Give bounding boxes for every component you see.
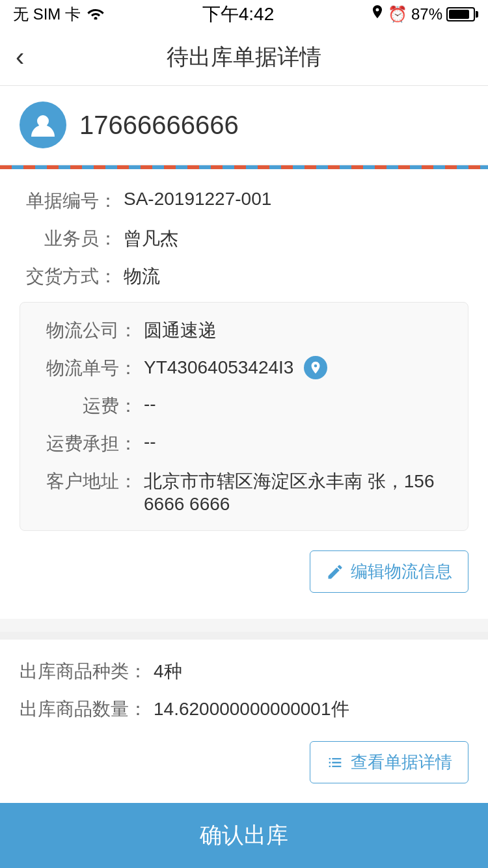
delivery-method-row: 交货方式： 物流: [20, 264, 468, 289]
sku-type-value: 4种: [154, 659, 182, 684]
edit-logistics-btn-wrap: 编辑物流信息: [20, 544, 468, 606]
confirm-out-label: 确认出库: [200, 821, 288, 850]
order-no-row: 单据编号： SA-20191227-001: [20, 189, 468, 213]
wifi-icon: [86, 5, 105, 23]
avatar: [20, 102, 66, 148]
alarm-icon: ⏰: [388, 5, 407, 23]
delivery-method-value: 物流: [124, 264, 468, 289]
sales-person-value: 曾凡杰: [124, 226, 468, 251]
customer-phone: 17666666666: [79, 111, 239, 140]
order-no-value: SA-20191227-001: [124, 189, 468, 210]
logistics-company-value: 圆通速递: [144, 318, 448, 343]
status-left: 无 SIM 卡: [13, 4, 105, 25]
sku-qty-row: 出库商品数量： 14.620000000000001件: [20, 697, 468, 722]
nav-bar: ‹ 待出库单据详情: [0, 29, 488, 86]
tracking-no-label: 物流单号：: [40, 356, 144, 381]
edit-logistics-label: 编辑物流信息: [351, 560, 452, 583]
tracking-no-row: 物流单号： YT43064053424I3: [40, 356, 448, 381]
location-icon: [371, 5, 384, 23]
status-time: 下午4:42: [202, 2, 275, 27]
sales-person-row: 业务员： 曾凡杰: [20, 226, 468, 251]
logistics-company-label: 物流公司：: [40, 318, 144, 343]
freight-bearer-row: 运费承担： --: [40, 431, 448, 456]
carrier-text: 无 SIM 卡: [13, 4, 81, 25]
tracking-no-value: YT43064053424I3: [144, 356, 448, 379]
logistics-company-row: 物流公司： 圆通速递: [40, 318, 448, 343]
logistics-card: 物流公司： 圆通速递 物流单号： YT43064053424I3 运费： --: [20, 302, 468, 531]
status-right: ⏰ 87%: [371, 5, 475, 23]
back-button[interactable]: ‹: [16, 42, 24, 72]
sku-type-row: 出库商品种类： 4种: [20, 659, 468, 684]
status-bar: 无 SIM 卡 下午4:42 ⏰ 87%: [0, 0, 488, 29]
sku-type-label: 出库商品种类：: [20, 659, 154, 684]
order-no-label: 单据编号：: [20, 189, 124, 213]
freight-value: --: [144, 394, 448, 414]
sales-person-label: 业务员：: [20, 226, 124, 251]
battery-text: 87%: [411, 5, 442, 23]
confirm-out-button[interactable]: 确认出库: [0, 803, 488, 868]
stock-section: 出库商品种类： 4种 出库商品数量： 14.620000000000001件 查…: [0, 640, 488, 803]
customer-header: 17666666666: [0, 86, 488, 164]
battery-icon: [446, 7, 475, 21]
sku-qty-label: 出库商品数量：: [20, 697, 154, 722]
delivery-method-label: 交货方式：: [20, 264, 124, 289]
address-label: 客户地址：: [40, 469, 144, 494]
sku-qty-value: 14.620000000000001件: [154, 697, 349, 722]
freight-bearer-value: --: [144, 431, 448, 452]
address-value: 北京市市辖区海淀区永丰南 张，156 6666 6666: [144, 469, 448, 515]
address-row: 客户地址： 北京市市辖区海淀区永丰南 张，156 6666 6666: [40, 469, 448, 515]
view-detail-btn-wrap: 查看单据详情: [20, 735, 468, 790]
edit-logistics-button[interactable]: 编辑物流信息: [310, 550, 468, 593]
section-divider: [0, 632, 488, 640]
freight-row: 运费： --: [40, 394, 448, 418]
view-detail-label: 查看单据详情: [351, 751, 452, 774]
page-title: 待出库单据详情: [167, 42, 321, 72]
track-location-icon[interactable]: [304, 356, 327, 379]
basic-info-section: 单据编号： SA-20191227-001 业务员： 曾凡杰 交货方式： 物流 …: [0, 169, 488, 619]
view-detail-button[interactable]: 查看单据详情: [310, 741, 468, 783]
freight-label: 运费：: [40, 394, 144, 418]
freight-bearer-label: 运费承担：: [40, 431, 144, 456]
